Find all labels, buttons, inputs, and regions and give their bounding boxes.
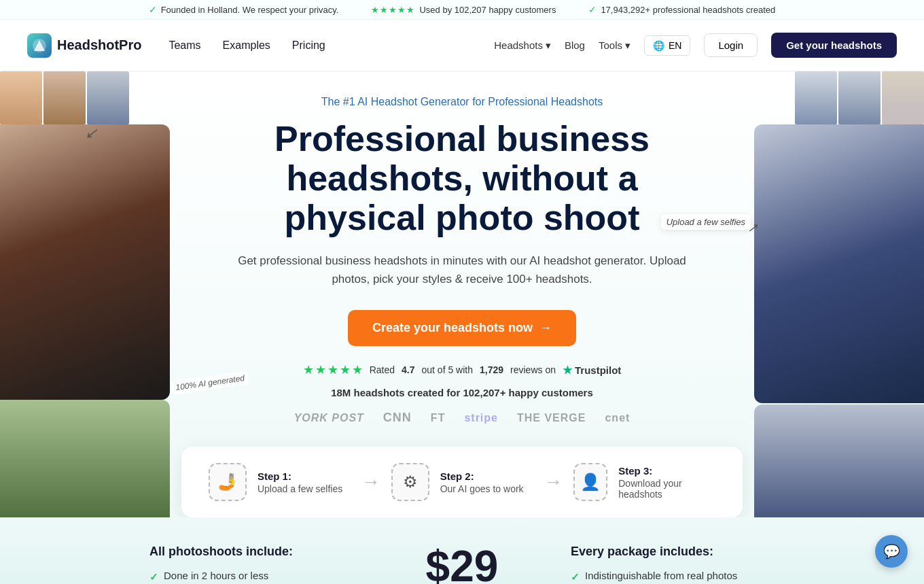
step-1-icon: 🤳 — [209, 463, 247, 501]
hero-content: The #1 AI Headshot Generator for Profess… — [207, 71, 717, 425]
logo-icon — [27, 33, 52, 58]
press-logo-2: FT — [431, 412, 446, 424]
navbar: HeadshotPro Teams Examples Pricing Heads… — [0, 20, 924, 71]
press-logo-1: CNN — [383, 411, 412, 425]
thumbnail-row-right — [795, 71, 924, 124]
thumb-female-2 — [43, 71, 86, 124]
big-photo-right-top — [754, 124, 924, 403]
topbar-item-2: ★★★★★ Used by 102,207 happy customers — [371, 5, 556, 15]
globe-icon: 🌐 — [653, 40, 664, 51]
star-rating-topbar: ★★★★★ — [371, 5, 415, 15]
trustpilot-logo: ★ Trustpilot — [563, 364, 621, 377]
rating-row: ★ ★ ★ ★ ★ Rated 4.7 out of 5 with 1,729 … — [221, 362, 703, 377]
press-logo-3: stripe — [464, 412, 498, 424]
trustpilot-star: ★ — [563, 364, 572, 377]
steps-section: 🤳 Step 1: Upload a few selfies → ⚙ Step … — [181, 447, 743, 517]
login-button[interactable]: Login — [704, 33, 758, 57]
headshots-text: headshots created for — [354, 387, 461, 398]
big-photo-right-bottom — [754, 405, 924, 517]
nav-link-teams[interactable]: Teams — [168, 39, 200, 52]
press-logo-0: YORK POST — [294, 412, 364, 424]
logo-link[interactable]: HeadshotPro — [27, 33, 141, 58]
big-photo-left-top — [0, 124, 170, 400]
star-row: ★ ★ ★ ★ ★ — [303, 362, 363, 377]
nav-link-blog[interactable]: Blog — [565, 39, 585, 51]
hero-section: ↙ Upload a few selfies ↗ 100% AI generat… — [0, 71, 924, 517]
topbar-item-1: ✓ Founded in Holland. We respect your pr… — [149, 4, 339, 15]
thumb-female-3 — [87, 71, 129, 124]
rating-text-pre: Rated — [370, 364, 395, 375]
press-logo-5: cnet — [605, 412, 630, 424]
step-2-num: Step 2: — [440, 470, 524, 482]
arrow-right-icon: → — [539, 321, 552, 335]
bottom-section: All photoshoots include: ✓ Done in 2 hou… — [0, 517, 924, 584]
check-icon-1: ✓ — [149, 4, 157, 15]
check-icon-b3: ✓ — [571, 571, 580, 583]
chevron-down-icon-tools: ▾ — [625, 39, 630, 52]
chat-icon: 💬 — [883, 543, 900, 560]
lang-label: EN — [669, 40, 681, 51]
step-1: 🤳 Step 1: Upload a few selfies — [209, 463, 351, 501]
left-side-images — [0, 71, 170, 405]
bottom-item-3-text: Indistinguishable from real photos — [585, 570, 737, 581]
price-column: $29 ⏱ hours — [394, 545, 530, 584]
logo-text: HeadshotPro — [57, 37, 141, 53]
nav-link-headshots[interactable]: Headshots ▾ — [494, 39, 551, 52]
topbar-item-3: ✓ 17,943,292+ professional headshots cre… — [588, 4, 775, 15]
rating-value: 4.7 — [402, 364, 414, 375]
bottom-col-1-title: All photoshoots include: — [149, 545, 353, 559]
top-bar: ✓ Founded in Holland. We respect your pr… — [0, 0, 924, 20]
press-logo-4: THE VERGE — [517, 412, 586, 424]
hero-cta-button[interactable]: Create your headshots now → — [348, 310, 576, 346]
big-photo-left-bottom — [0, 400, 170, 517]
hero-title: Professional business headshots, without… — [221, 119, 703, 238]
ai-icon: ⚙ — [403, 473, 418, 492]
hero-cta-label: Create your headshots now — [372, 321, 533, 335]
press-logos-row: YORK POST CNN FT stripe THE VERGE cnet — [221, 411, 703, 425]
bottom-item-3: ✓ Indistinguishable from real photos — [571, 570, 775, 583]
chevron-down-icon: ▾ — [546, 39, 551, 52]
topbar-text-2: Used by 102,207 happy customers — [419, 5, 556, 15]
nav-left: Teams Examples Pricing — [168, 39, 325, 52]
headshots-customers: 102,207+ — [463, 387, 505, 398]
nav-link-pricing[interactable]: Pricing — [292, 39, 325, 52]
language-button[interactable]: 🌐 EN — [644, 35, 690, 56]
topbar-text-3: 17,943,292+ professional headshots creat… — [601, 5, 775, 15]
nav-right: Headshots ▾ Blog Tools ▾ 🌐 EN Login Get … — [494, 33, 897, 58]
hero-description: Get professional business headshots in m… — [221, 252, 703, 288]
chat-bubble[interactable]: 💬 — [875, 535, 908, 568]
bottom-item-1-text: Done in 2 hours or less — [164, 570, 268, 581]
thumb-male-2 — [838, 71, 881, 124]
check-icon-3: ✓ — [588, 4, 597, 15]
headshots-row: 18M headshots created for 102,207+ happy… — [221, 387, 703, 398]
right-side-images — [754, 71, 924, 405]
thumb-male-3 — [882, 71, 924, 124]
step-2-desc: Our AI goes to work — [440, 483, 524, 494]
step-1-desc: Upload a few selfies — [257, 483, 342, 494]
nav-link-examples[interactable]: Examples — [223, 39, 270, 52]
check-icon-b1: ✓ — [149, 571, 158, 583]
step-1-num: Step 1: — [257, 470, 342, 482]
trustpilot-label: Trustpilot — [575, 364, 621, 376]
step-3: 👤 Step 3: Download your headshots — [573, 463, 715, 501]
star-3: ★ — [327, 362, 338, 377]
headshots-count: 18M — [331, 387, 351, 398]
price-value: $29 — [394, 545, 530, 584]
hero-subtitle: The #1 AI Headshot Generator for Profess… — [221, 96, 703, 108]
star-2: ★ — [315, 362, 326, 377]
bottom-col-2: Every package includes: ✓ Indistinguisha… — [571, 545, 775, 584]
rating-count: 1,729 — [480, 364, 503, 375]
thumb-male-1 — [795, 71, 837, 124]
step-2-icon: ⚙ — [391, 463, 429, 501]
step-3-icon: 👤 — [573, 463, 607, 501]
step-arrow-2: → — [544, 471, 563, 493]
rating-text-end: reviews on — [510, 364, 556, 375]
step-3-num: Step 3: — [618, 465, 715, 477]
step-2-text: Step 2: Our AI goes to work — [440, 470, 524, 494]
rating-text-mid: out of 5 with — [422, 364, 474, 375]
headshots-text2: happy customers — [509, 387, 593, 398]
star-1: ★ — [303, 362, 314, 377]
get-headshots-button[interactable]: Get your headshots — [771, 33, 897, 58]
selfie-icon: 🤳 — [217, 473, 238, 492]
nav-link-tools[interactable]: Tools ▾ — [599, 39, 630, 52]
